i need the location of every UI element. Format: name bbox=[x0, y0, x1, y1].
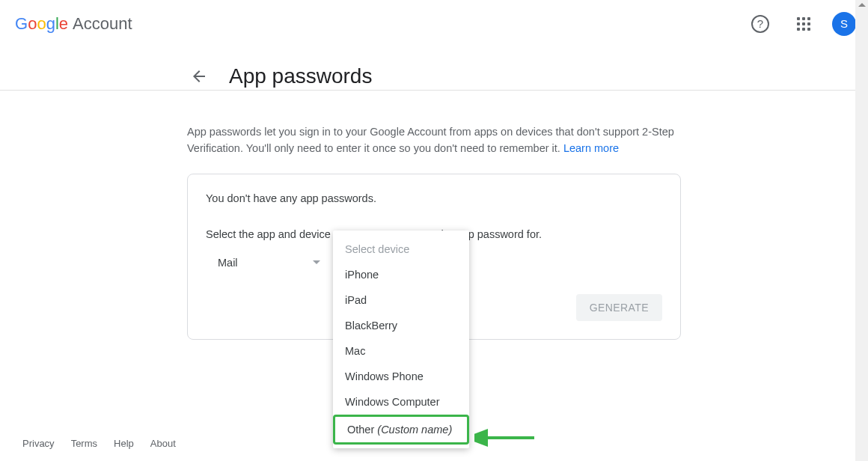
scrollbar[interactable] bbox=[855, 0, 868, 340]
device-option-iphone[interactable]: iPhone bbox=[333, 262, 469, 287]
apps-button[interactable] bbox=[789, 9, 819, 39]
help-button[interactable]: ? bbox=[745, 9, 775, 39]
page-title: App passwords bbox=[229, 64, 372, 88]
learn-more-link[interactable]: Learn more bbox=[563, 142, 619, 154]
google-logo: Google bbox=[15, 14, 68, 34]
device-option-mac[interactable]: Mac bbox=[333, 338, 469, 340]
help-icon: ? bbox=[751, 15, 769, 33]
arrow-left-icon bbox=[190, 67, 208, 85]
device-select-menu: Select device iPhone iPad BlackBerry Mac… bbox=[333, 230, 469, 340]
device-option-blackberry[interactable]: BlackBerry bbox=[333, 313, 469, 338]
device-option-ipad[interactable]: iPad bbox=[333, 287, 469, 313]
back-button[interactable] bbox=[184, 61, 214, 91]
app-select[interactable]: Mail bbox=[218, 257, 320, 269]
brand: Google Account bbox=[15, 14, 132, 34]
intro-paragraph: App passwords let you sign in to your Go… bbox=[187, 124, 681, 157]
no-passwords-text: You don't have any app passwords. bbox=[206, 192, 662, 204]
scroll-up-icon bbox=[858, 3, 866, 7]
brand-account-word: Account bbox=[73, 14, 132, 34]
app-header: Google Account ? S bbox=[0, 0, 868, 48]
chevron-down-icon bbox=[313, 260, 320, 264]
header-divider bbox=[0, 90, 855, 91]
generate-button[interactable]: GENERATE bbox=[576, 294, 662, 321]
account-avatar[interactable]: S bbox=[832, 12, 856, 36]
apps-grid-icon bbox=[797, 17, 810, 31]
device-menu-placeholder: Select device bbox=[333, 236, 469, 262]
app-select-value: Mail bbox=[218, 257, 238, 269]
